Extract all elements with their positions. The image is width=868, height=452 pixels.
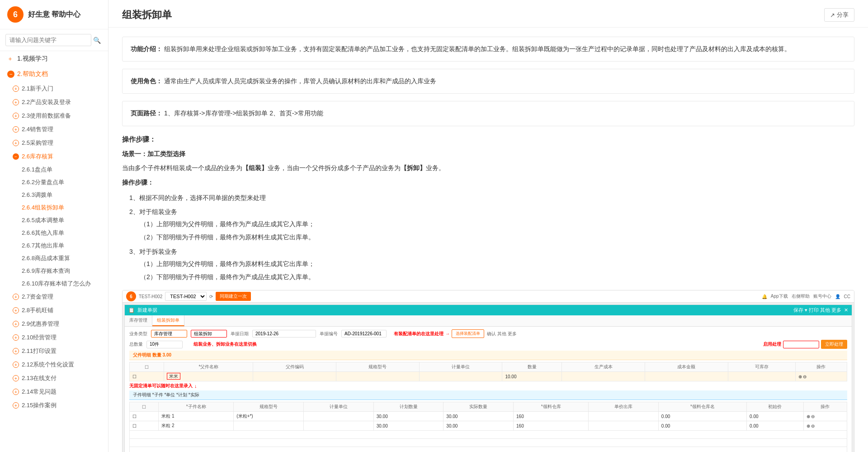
annotation-text1: 有装配清单的在这里处理 — [394, 331, 443, 337]
mock-cell-avail — [728, 372, 795, 381]
mock-cell-unit — [419, 372, 502, 381]
mock-lcell-init1: 0.00 — [658, 412, 746, 421]
annotation-text5: 无固定清单可以随时在这里录入 — [129, 383, 193, 389]
minus-icon: − — [7, 71, 14, 78]
mock-lcell-price2 — [589, 421, 659, 431]
sidebar-item-ops[interactable]: + 2.10经营管理 — [0, 331, 108, 344]
mock-lth-plan: 计划数量 — [373, 402, 443, 412]
sidebar-item-cases[interactable]: + 2.15操作案例 — [0, 399, 108, 412]
sidebar-leaf-transfer[interactable]: 2.6.3调拨单 — [0, 189, 108, 201]
mock-lth-check: ☐ — [130, 402, 159, 412]
sidebar-item-newbie[interactable]: + 2.1新手入门 — [0, 82, 108, 95]
search-input[interactable] — [5, 34, 91, 46]
mock-cell-prod — [562, 372, 645, 381]
user-role-label: 使用角色： — [131, 77, 162, 85]
mock-lower-row5 — [130, 447, 847, 452]
sidebar-leaf-costrecalc[interactable]: 2.6.8商品成本重算 — [0, 252, 108, 265]
sidebar-item-mobile[interactable]: + 2.8手机旺铺 — [0, 304, 108, 317]
mock-modal-title: 新建单据 — [137, 307, 157, 314]
mock-lcell-check: ☐ — [130, 412, 159, 421]
sidebar-item-faq[interactable]: + 2.14常见问题 — [0, 385, 108, 399]
mock-tabs: 库存管理 组装拆卸单 — [125, 315, 852, 327]
mock-lth-name: *子件名称 — [159, 402, 234, 412]
sidebar-item-purchase[interactable]: + 2.5采购管理 — [0, 136, 108, 150]
step-3-sub-2: （2）下部明细为子件明细，最终作为产成品生成其它入库单。 — [140, 271, 854, 283]
sub-plus-icon: + — [13, 321, 19, 327]
step-ops-label: 操作步骤： — [122, 176, 854, 189]
mock-lcell-op1: ⊕ ⊖ — [803, 412, 847, 421]
sub-plus-icon: + — [13, 362, 19, 368]
sidebar-leaf-costadj[interactable]: 2.6.5成本调整单 — [0, 214, 108, 227]
mock-lth-ware: *领料仓库 — [514, 402, 589, 412]
mock-orderno-input[interactable] — [341, 330, 387, 338]
mock-th-cost: 生产成本 — [562, 362, 645, 372]
sidebar-item-online[interactable]: + 2.13在线支付 — [0, 371, 108, 385]
scenario1-title: 场景一：加工类型选择 — [122, 150, 854, 158]
sidebar-leaf-partial[interactable]: 2.6.2分量盘点单 — [0, 176, 108, 189]
share-button[interactable]: ↗ 分享 — [824, 8, 854, 22]
sidebar-leaf-stockerr[interactable]: 2.6.10库存账本错了怎么办 — [0, 277, 108, 290]
plus-icon: ＋ — [7, 55, 14, 62]
sidebar-item-docs[interactable]: − 2.帮助文档 — [0, 67, 108, 82]
sidebar-label-docs: 2.帮助文档 — [17, 70, 48, 78]
mock-lower-row3 — [130, 431, 847, 439]
function-intro-text: 组装拆卸单用来处理企业组装或拆卸等加工业务，支持有固定装配清单的产品加工业务，也… — [164, 45, 791, 52]
mock-lcell-spec2 — [234, 421, 304, 431]
sidebar-leaf-otherout[interactable]: 2.6.7其他出库单 — [0, 239, 108, 252]
sidebar-leaf-assembly[interactable]: 2.6.4组装拆卸单 — [0, 201, 108, 214]
mock-doctype-input[interactable] — [151, 330, 187, 338]
sidebar-leaf-otherin[interactable]: 2.6.6其他入库单 — [0, 227, 108, 239]
mock-company-select[interactable]: TEST-H002 — [165, 292, 207, 301]
mock-modal-actions: 保存 ▾ 打印 其他 更多 — [793, 307, 841, 314]
step-1: 1、根据不同的业务，选择不同单据的类型来处理 — [129, 192, 854, 204]
sub-plus-icon: + — [13, 113, 19, 119]
mock-lcell-ware2: 160 — [514, 421, 589, 431]
annotation-area5: 无固定清单可以随时在这里录入 ↓ — [129, 383, 847, 389]
mock-qty-input[interactable] — [146, 341, 183, 348]
function-intro-label: 功能介绍： — [131, 45, 162, 52]
operations-title: 操作步骤： — [122, 135, 854, 144]
mock-lth-op: 操作 — [803, 402, 847, 412]
page-title: 组装拆卸单 — [122, 8, 172, 22]
sub-plus-icon: + — [13, 334, 19, 341]
step-2-sub-1: （1）上部明细为父件明细，最终作为产成品生成其它入库单； — [140, 219, 854, 230]
search-button[interactable]: 🔍 — [91, 37, 103, 44]
mock-close-icon[interactable]: ✕ — [844, 307, 848, 313]
mock-tab-new[interactable]: 组装拆卸单 — [152, 315, 184, 326]
sidebar-item-finance[interactable]: + 2.7资金管理 — [0, 290, 108, 304]
mock-date-input[interactable] — [252, 330, 316, 338]
mock-lower-row4 — [130, 439, 847, 447]
sub-plus-icon: + — [13, 86, 19, 92]
mock-warehouse-input[interactable] — [783, 341, 819, 348]
mock-lth-unit: 计量单位 — [303, 402, 373, 412]
mock-lcell-actual1: 30.00 — [443, 412, 514, 421]
sidebar-leaf-count[interactable]: 2.6.1盘点单 — [0, 163, 108, 176]
mock-form-row2: 总数量 组装业务、拆卸业务在这里切换 启用处理 立即处理 — [129, 340, 847, 349]
mock-new-doc-btn[interactable]: 同期建立一次 — [216, 292, 251, 301]
search-box: 🔍 — [0, 29, 108, 51]
mock-lcell-price1 — [589, 412, 659, 421]
mock-topbar: 6 TEST-H002 TEST-H002 ⟳ 同期建立一次 🔔 App下载 右… — [123, 290, 854, 303]
mock-lcell-unit2 — [303, 421, 373, 431]
sidebar-item-sales[interactable]: + 2.4销售管理 — [0, 123, 108, 136]
sidebar-item-data[interactable]: + 2.3使用前数据准备 — [0, 109, 108, 123]
mock-assign-btn[interactable]: 选择装配清单 — [452, 329, 484, 338]
sidebar-item-install[interactable]: + 2.2产品安装及登录 — [0, 95, 108, 109]
mock-tab-ziyue[interactable]: 库存管理 — [125, 315, 152, 326]
mock-cell-amt — [645, 372, 728, 381]
sidebar-item-personalize[interactable]: + 2.12系统个性化设置 — [0, 358, 108, 371]
mock-process-btn[interactable]: 立即处理 — [821, 340, 847, 349]
sidebar-item-inventory[interactable]: − 2.6库存核算 — [0, 150, 108, 163]
sidebar-leaf-stockcheck[interactable]: 2.6.9库存账本查询 — [0, 265, 108, 277]
annotation-text4: 启用处理 — [763, 341, 781, 347]
mock-topbar-right: 🔔 App下载 右侧帮助 账号中心 👤 CC — [762, 293, 850, 300]
mock-name-highlight: 米米 — [167, 373, 180, 380]
sidebar-item-print[interactable]: + 2.11打印设置 — [0, 344, 108, 358]
sidebar-item-video[interactable]: ＋ 1.视频学习 — [0, 51, 108, 67]
sidebar-item-coupon[interactable]: + 2.9优惠券管理 — [0, 317, 108, 331]
mock-orderno-label: 单据编号 — [320, 331, 338, 337]
sidebar: 6 好生意 帮助中心 🔍 ＋ 1.视频学习 − 2.帮助文档 + 2.1新手入门… — [0, 0, 108, 452]
annotation-area2: 组装业务、拆卸业务在这里切换 — [186, 341, 257, 347]
mock-subtype-input[interactable] — [191, 330, 227, 338]
mock-th-check: ☐ — [130, 362, 164, 372]
